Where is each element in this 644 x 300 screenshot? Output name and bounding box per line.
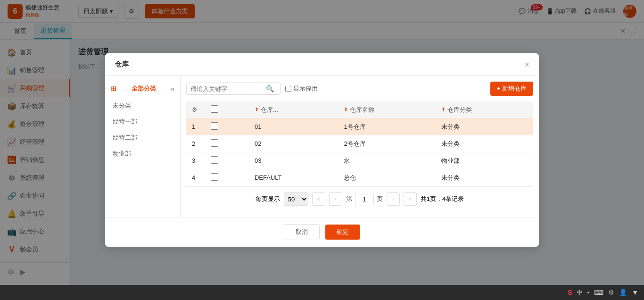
- row-category: 未分类: [436, 169, 533, 186]
- table-row[interactable]: 2 02 2号仓库 未分类: [186, 135, 533, 152]
- select-all-checkbox[interactable]: [211, 105, 218, 113]
- sort-icon: ⬆: [255, 107, 259, 113]
- search-input[interactable]: [190, 85, 266, 92]
- table-row[interactable]: 3 03 水 物业部: [186, 152, 533, 169]
- keyboard-icon[interactable]: ⌨: [594, 289, 603, 296]
- modal-title: 仓库: [115, 60, 129, 69]
- lang-icon[interactable]: 中: [577, 289, 583, 297]
- collapse-button[interactable]: «: [171, 85, 174, 92]
- grid-icon: ⊞: [111, 85, 116, 92]
- modal-toolbar: 🔍 显示停用 + 新增仓库: [186, 82, 533, 96]
- th-settings[interactable]: ⚙: [186, 101, 205, 118]
- table-row[interactable]: 1 01 1号仓库 未分类: [186, 118, 533, 135]
- row-name: 2号仓库: [338, 135, 436, 152]
- th-category[interactable]: ⬆ 仓库分类: [436, 101, 533, 118]
- category-item-property[interactable]: 物业部: [105, 146, 180, 162]
- row-code: 01: [249, 118, 339, 135]
- row-name: 水: [338, 152, 436, 169]
- show-disabled-checkbox[interactable]: [285, 86, 291, 92]
- sort-icon2: ⬆: [344, 107, 348, 113]
- row-code: DEFAULT: [249, 169, 339, 186]
- per-page-label: 每页显示: [256, 195, 280, 203]
- brand-s-icon: S: [568, 289, 572, 296]
- table-body: 1 01 1号仓库 未分类 2 02 2号仓库 未分类: [186, 118, 533, 186]
- category-header: ⊞ 全部分类 «: [105, 82, 180, 98]
- modal-header: 仓库 ×: [105, 53, 539, 76]
- page-info: 第 页: [346, 193, 383, 205]
- row-checkbox[interactable]: [205, 118, 249, 135]
- next-page-button[interactable]: ›: [387, 192, 400, 206]
- first-page-button[interactable]: «: [312, 192, 325, 206]
- row-category: 物业部: [436, 152, 533, 169]
- dot-icon: •: [587, 289, 590, 296]
- person-icon[interactable]: 👤: [619, 289, 627, 296]
- row-checkbox[interactable]: [205, 152, 249, 169]
- search-box: 🔍: [186, 83, 281, 95]
- row-num: 4: [186, 169, 205, 186]
- new-warehouse-button[interactable]: + 新增仓库: [490, 82, 533, 96]
- modal-body: ⊞ 全部分类 « 未分类 经营一部 经营二部 物业部 🔍 显示停用 +: [105, 76, 539, 217]
- row-num: 3: [186, 152, 205, 169]
- table-header: ⚙ ⬆ 仓库... ⬆ 仓库名称: [186, 101, 533, 118]
- row-code: 03: [249, 152, 339, 169]
- modal-content: 🔍 显示停用 + 新增仓库 ⚙: [181, 76, 539, 217]
- category-item-ops1[interactable]: 经营一部: [105, 114, 180, 130]
- prev-page-button[interactable]: ‹: [329, 192, 342, 206]
- category-sidebar: ⊞ 全部分类 « 未分类 经营一部 经营二部 物业部: [105, 76, 181, 217]
- warehouse-table: ⚙ ⬆ 仓库... ⬆ 仓库名称: [186, 101, 533, 186]
- category-item-unclassified[interactable]: 未分类: [105, 98, 180, 114]
- show-disabled-label[interactable]: 显示停用: [285, 84, 318, 93]
- category-item-ops2[interactable]: 经营二部: [105, 130, 180, 146]
- cancel-button[interactable]: 取消: [284, 224, 320, 240]
- total-records: 共1页，4条记录: [421, 195, 464, 203]
- table-row[interactable]: 4 DEFAULT 总仓 未分类: [186, 169, 533, 186]
- th-code[interactable]: ⬆ 仓库...: [249, 101, 339, 118]
- warehouse-modal: 仓库 × ⊞ 全部分类 « 未分类 经营一部 经营二部 物业部 🔍: [105, 53, 539, 247]
- th-checkbox: [205, 101, 249, 118]
- row-code: 02: [249, 135, 339, 152]
- search-icon[interactable]: 🔍: [266, 85, 274, 92]
- settings-icon[interactable]: ⚙: [608, 289, 614, 296]
- row-category: 未分类: [436, 135, 533, 152]
- per-page-select[interactable]: 50 20 100: [284, 192, 308, 206]
- pagination: 每页显示 50 20 100 « ‹ 第 页 › » 共1页，4条记录: [186, 186, 533, 211]
- row-checkbox[interactable]: [205, 135, 249, 152]
- row-num: 2: [186, 135, 205, 152]
- row-name: 总仓: [338, 169, 436, 186]
- modal-close-button[interactable]: ×: [524, 60, 529, 69]
- page-number-input[interactable]: [355, 193, 374, 205]
- th-name[interactable]: ⬆ 仓库名称: [338, 101, 436, 118]
- modal-footer: 取消 确定: [105, 217, 539, 247]
- row-num: 1: [186, 118, 205, 135]
- row-checkbox[interactable]: [205, 169, 249, 186]
- more-icon[interactable]: ▼: [632, 289, 638, 296]
- bottom-bar: S 中 • ⌨ ⚙ 👤 ▼: [0, 285, 644, 300]
- sort-icon3: ⬆: [441, 107, 446, 113]
- row-name: 1号仓库: [338, 118, 436, 135]
- table-container: ⚙ ⬆ 仓库... ⬆ 仓库名称: [186, 101, 533, 186]
- confirm-button[interactable]: 确定: [325, 225, 360, 240]
- last-page-button[interactable]: »: [404, 192, 417, 206]
- row-category: 未分类: [436, 118, 533, 135]
